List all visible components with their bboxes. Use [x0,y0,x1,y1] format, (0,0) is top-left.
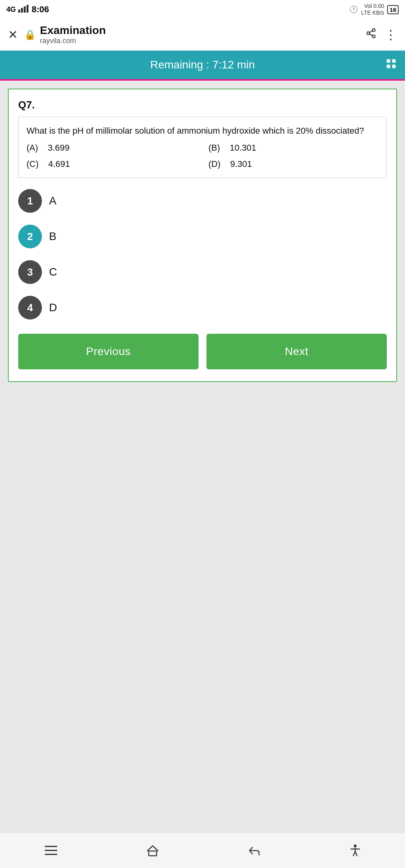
nav-home-button[interactable] [146,845,159,857]
question-card: Q7. What is the pH of millimolar solutio… [8,89,397,382]
previous-button[interactable]: Previous [18,334,199,369]
svg-point-4 [373,28,375,31]
svg-rect-16 [149,851,157,856]
option-circle-4: 4 [18,296,42,320]
close-button[interactable]: ✕ [8,28,18,42]
share-icon[interactable] [365,28,377,42]
svg-rect-11 [387,64,390,68]
answer-options: 1 A 2 B 3 C 4 D [18,189,387,320]
next-button[interactable]: Next [206,334,387,369]
signal-icon [18,5,29,15]
svg-point-17 [354,844,356,847]
bottom-nav [0,832,405,868]
option-circle-3: 3 [18,260,42,284]
question-text: What is the pH of millimolar solution of… [26,124,379,137]
vol-label: Vol [364,3,372,9]
option-label-1: A [49,195,57,207]
answer-option-4[interactable]: 4 D [18,296,387,320]
svg-rect-10 [392,59,396,62]
battery-indicator: 16 [387,5,399,14]
svg-rect-1 [21,8,23,13]
answer-option-2[interactable]: 2 B [18,225,387,248]
alarm-icon: 🕐 [349,5,358,14]
question-options: (A) 3.699 (B) 10.301 (C) 4.691 (D) 9.301 [26,141,379,170]
app-title-section: Examination rayvila.com [40,24,365,45]
svg-rect-14 [45,850,57,851]
option-d: (D) 9.301 [208,157,379,170]
nav-accessibility-button[interactable] [350,844,361,857]
option-a: (A) 3.699 [26,141,197,154]
svg-line-20 [353,851,355,856]
svg-line-8 [369,31,373,33]
app-bar-actions: ⋮ [365,27,397,42]
timer-bar: Remaining : 7:12 min [0,51,405,79]
svg-rect-13 [45,846,57,847]
question-number: Q7. [18,99,387,111]
grid-icon[interactable] [385,58,397,72]
status-right: 🕐 Vol 0.00 LTE KB/s 16 [349,3,399,16]
svg-point-5 [367,32,370,35]
option-circle-2: 2 [18,225,42,248]
more-options-icon[interactable]: ⋮ [384,27,397,42]
option-circle-1: 1 [18,189,42,213]
nav-back-button[interactable] [248,845,261,857]
svg-point-6 [373,35,375,38]
vol-lte: Vol 0.00 LTE KB/s [361,3,384,16]
option-b: (B) 10.301 [208,141,379,154]
app-bar: ✕ 🔒 Examination rayvila.com ⋮ [0,19,405,51]
svg-rect-0 [18,9,20,13]
svg-rect-12 [392,64,396,68]
option-c: (C) 4.691 [26,157,197,170]
timer-text: Remaining : 7:12 min [150,59,255,71]
question-box: What is the pH of millimolar solution of… [18,117,387,178]
svg-rect-15 [45,854,57,855]
option-label-2: B [49,230,57,243]
app-subtitle: rayvila.com [40,37,365,45]
app-title: Examination [40,24,365,37]
lock-icon: 🔒 [24,29,36,40]
time-text: 8:06 [32,4,49,15]
svg-rect-9 [387,59,390,62]
svg-rect-3 [26,5,28,13]
option-label-4: D [49,301,57,314]
main-content: Q7. What is the pH of millimolar solutio… [0,81,405,390]
svg-rect-2 [24,6,26,13]
nav-menu-button[interactable] [45,845,57,856]
svg-line-21 [355,851,357,856]
option-label-3: C [49,266,57,278]
status-left: 4G 8:06 [6,4,49,15]
answer-option-3[interactable]: 3 C [18,260,387,284]
carrier-text: 4G [6,6,16,14]
svg-line-7 [369,34,373,36]
status-bar: 4G 8:06 🕐 Vol 0.00 LTE KB/s 16 [0,0,405,19]
answer-option-1[interactable]: 1 A [18,189,387,213]
bottom-spacer [0,390,405,433]
nav-buttons: Previous Next [18,334,387,369]
